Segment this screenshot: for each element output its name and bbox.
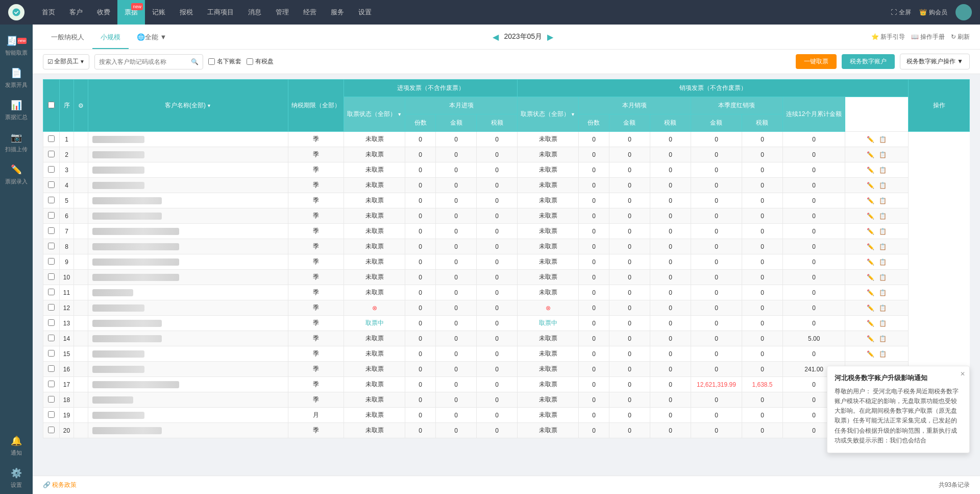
tax-digital-account-op-btn[interactable]: 税务数字账户操作 ▼ <box>900 54 970 69</box>
edit-btn-9[interactable]: ✏️ <box>867 274 874 281</box>
prev-month-btn[interactable]: ◀ <box>493 32 499 42</box>
avatar[interactable] <box>955 4 972 20</box>
tax-policy-link[interactable]: 🔗 税务政策 <box>43 481 77 489</box>
copy-btn-9[interactable]: 📋 <box>879 274 887 281</box>
nav-item-票据[interactable]: 票据new <box>117 0 145 25</box>
nav-item-记账[interactable]: 记账 <box>145 0 173 25</box>
edit-btn-1[interactable]: ✏️ <box>867 151 874 158</box>
sub-nav-item-0[interactable]: 一般纳税人 <box>43 33 92 49</box>
row-checkbox-8[interactable] <box>48 258 55 265</box>
edit-btn-5[interactable]: ✏️ <box>867 213 874 220</box>
sidebar-bottom-item-0[interactable]: 🔔通知 <box>10 430 22 462</box>
refresh-btn[interactable]: ↻ 刷新 <box>951 33 970 41</box>
nav-item-收费[interactable]: 收费 <box>90 0 117 25</box>
copy-btn-0[interactable]: 📋 <box>879 136 887 143</box>
copy-btn-2[interactable]: 📋 <box>879 167 887 174</box>
nav-item-服务[interactable]: 服务 <box>324 0 351 25</box>
one-click-ticket-btn[interactable]: 一键取票 <box>796 54 837 69</box>
row-checkbox-12[interactable] <box>48 319 55 326</box>
row-checkbox-15[interactable] <box>48 365 55 372</box>
row-checkbox-11[interactable] <box>48 304 55 311</box>
edit-btn-6[interactable]: ✏️ <box>867 228 874 235</box>
account-checkbox-label[interactable]: 名下账套 <box>208 57 241 66</box>
copy-btn-12[interactable]: 📋 <box>879 320 887 327</box>
edit-btn-2[interactable]: ✏️ <box>867 167 874 174</box>
close-notification-btn[interactable]: ✕ <box>960 370 965 378</box>
edit-btn-4[interactable]: ✏️ <box>867 197 874 204</box>
row-checkbox-13[interactable] <box>48 335 55 341</box>
nav-item-设置[interactable]: 设置 <box>351 0 379 25</box>
sidebar-item-3[interactable]: 📷扫描上传 <box>0 126 33 158</box>
sidebar-bottom-item-1[interactable]: ⚙️设置 <box>10 462 22 494</box>
copy-btn-13[interactable]: 📋 <box>879 335 887 342</box>
copy-btn-6[interactable]: 📋 <box>879 228 887 235</box>
edit-btn-13[interactable]: ✏️ <box>867 335 874 342</box>
client-name-blurred: ████████████ <box>92 167 144 174</box>
row-checkbox-2[interactable] <box>48 166 55 173</box>
row-checkbox-14[interactable] <box>48 350 55 357</box>
row-checkbox-7[interactable] <box>48 243 55 249</box>
row-checkbox-3[interactable] <box>48 181 55 188</box>
edit-btn-10[interactable]: ✏️ <box>867 289 874 296</box>
select-all-checkbox[interactable] <box>48 102 55 108</box>
row-checkbox-6[interactable] <box>48 227 55 234</box>
row-client: ████████████████ <box>88 331 288 346</box>
row-checkbox-19[interactable] <box>48 427 55 433</box>
nav-item-报税[interactable]: 报税 <box>173 0 200 25</box>
nav-item-管理[interactable]: 管理 <box>268 0 296 25</box>
copy-btn-11[interactable]: 📋 <box>879 304 887 312</box>
client-search-input[interactable] <box>95 55 187 69</box>
nav-item-经营[interactable]: 经营 <box>296 0 324 25</box>
new-guide-link[interactable]: ⭐ 新手引导 <box>871 33 905 41</box>
row-checkbox-9[interactable] <box>48 273 55 280</box>
filter-bar: ☑ 全部员工 ▼ 🔍 名下账套 有税盘 一键取票 税务数字账户 税务数字账户操作… <box>33 50 980 74</box>
row-out-tax: 0 <box>650 408 691 423</box>
sub-nav-item-1[interactable]: 小规模 <box>92 33 129 49</box>
fullscreen-btn[interactable]: ⛶ 全屏 <box>891 8 911 17</box>
nav-item-客户[interactable]: 客户 <box>62 0 90 25</box>
row-checkbox-4[interactable] <box>48 197 55 203</box>
edit-btn-12[interactable]: ✏️ <box>867 320 874 327</box>
nav-item-工商项目[interactable]: 工商项目 <box>200 0 241 25</box>
sub-nav-item-2[interactable]: 🌐全能 ▼ <box>129 33 175 49</box>
row-checkbox-10[interactable] <box>48 289 55 295</box>
edit-btn-0[interactable]: ✏️ <box>867 136 874 143</box>
copy-btn-10[interactable]: 📋 <box>879 289 887 296</box>
nav-item-消息[interactable]: 消息 <box>241 0 268 25</box>
row-checkbox-16[interactable] <box>48 381 55 387</box>
copy-btn-4[interactable]: 📋 <box>879 197 887 204</box>
copy-btn-3[interactable]: 📋 <box>879 182 887 189</box>
manual-link[interactable]: 📖 操作手册 <box>911 33 945 41</box>
row-out-status: 未取票 <box>518 331 579 346</box>
copy-btn-7[interactable]: 📋 <box>879 243 887 250</box>
copy-btn-8[interactable]: 📋 <box>879 258 887 266</box>
edit-btn-14[interactable]: ✏️ <box>867 350 874 358</box>
row-checkbox-5[interactable] <box>48 212 55 219</box>
employee-select[interactable]: ☑ 全部员工 ▼ <box>43 54 89 69</box>
sidebar-item-2[interactable]: 📊票据汇总 <box>0 94 33 126</box>
tax-disk-checkbox[interactable] <box>247 58 253 65</box>
edit-btn-3[interactable]: ✏️ <box>867 182 874 189</box>
nav-item-首页[interactable]: 首页 <box>35 0 62 25</box>
copy-btn-5[interactable]: 📋 <box>879 213 887 220</box>
row-checkbox-18[interactable] <box>48 411 55 418</box>
edit-btn-8[interactable]: ✏️ <box>867 258 874 266</box>
edit-btn-11[interactable]: ✏️ <box>867 304 874 312</box>
row-checkbox-1[interactable] <box>48 151 55 157</box>
tax-digital-account-btn[interactable]: 税务数字账户 <box>842 54 895 69</box>
vip-btn[interactable]: 👑 购会员 <box>919 8 947 17</box>
tax-disk-checkbox-label[interactable]: 有税盘 <box>247 57 274 66</box>
table-row: 14 ████████████████ 季 未取票 0 0 0 未取票 0 0 … <box>43 331 970 346</box>
search-icon[interactable]: 🔍 <box>187 58 203 65</box>
edit-btn-7[interactable]: ✏️ <box>867 243 874 250</box>
next-month-btn[interactable]: ▶ <box>547 32 553 42</box>
account-checkbox[interactable] <box>208 58 215 65</box>
copy-btn-14[interactable]: 📋 <box>879 350 887 358</box>
sidebar-item-4[interactable]: ✏️票据录入 <box>0 158 33 191</box>
copy-btn-1[interactable]: 📋 <box>879 151 887 158</box>
row-checkbox-0[interactable] <box>48 135 55 142</box>
sidebar-item-0[interactable]: 🧾new智能取票 <box>0 30 33 62</box>
sidebar-item-1[interactable]: 📄发票开具 <box>0 62 33 94</box>
row-checkbox-17[interactable] <box>48 396 55 403</box>
row-in-count: 0 <box>405 346 436 362</box>
